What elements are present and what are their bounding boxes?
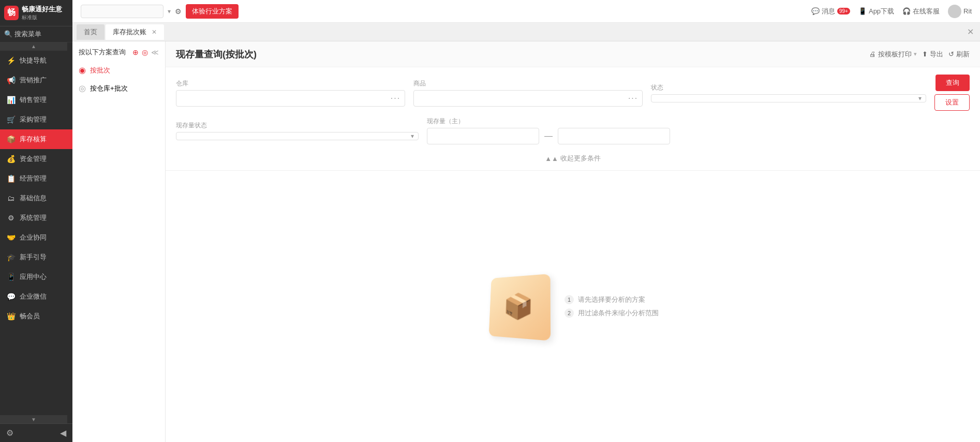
status-select[interactable]: ▾ <box>651 94 926 102</box>
sidebar-scroll-down[interactable]: ▼ <box>0 415 67 423</box>
collapse-sidebar-icon[interactable]: ◀ <box>60 428 66 438</box>
settings-icon[interactable]: ⚙ <box>6 428 13 438</box>
message-button[interactable]: 💬 消息 99+ <box>811 7 850 16</box>
stock-status-select[interactable]: ▾ <box>176 132 419 140</box>
export-button[interactable]: ⬆ 导出 <box>922 50 943 59</box>
left-panel-icons: ⊕ ◎ ≪ <box>132 48 159 56</box>
header-gear-icon[interactable]: ⚙ <box>175 7 182 16</box>
add-scheme-icon[interactable]: ⊕ <box>132 48 139 56</box>
scheme-by-batch[interactable]: ◉ 按批次 <box>72 61 165 79</box>
page-title-bar: 现存量查询(按批次) 🖨 按模板打印 ▾ ⬆ 导出 ↺ 刷新 <box>166 41 980 67</box>
stock-qty-to[interactable] <box>558 128 670 144</box>
ops-icon: 📋 <box>6 174 16 183</box>
status-chevron-icon: ▾ <box>918 95 922 102</box>
left-panel-title: 按以下方案查询 <box>79 48 126 57</box>
warehouse-more-icon[interactable]: ··· <box>391 94 400 103</box>
stock-status-chevron-icon: ▾ <box>411 132 414 140</box>
empty-state: 📦 1 请先选择要分析的方案 2 用过滤条件来缩小分析范围 <box>166 171 980 442</box>
empty-hint-2: 2 用过滤条件来缩小分析范围 <box>565 308 659 318</box>
sidebar-item-finance[interactable]: 💰 资金管理 <box>0 149 72 169</box>
tab-area-close-icon[interactable]: ✕ <box>965 25 976 39</box>
setting-button[interactable]: 设置 <box>934 94 970 111</box>
sidebar: 畅 畅康通好生意 标准版 🔍 搜索菜单 ▲ ⚡ 快捷导航 📢 营销推广 📊 销售… <box>0 0 72 442</box>
inventory-icon: 📦 <box>6 135 16 143</box>
username-label: Rit <box>963 7 972 15</box>
warehouse-input[interactable]: ··· <box>176 90 405 107</box>
member-icon: 👑 <box>6 312 16 320</box>
app-download-button[interactable]: 📱 App下载 <box>858 7 894 16</box>
tab-home[interactable]: 首页 <box>77 24 105 40</box>
product-input[interactable]: ··· <box>413 90 643 107</box>
empty-hints: 1 请先选择要分析的方案 2 用过滤条件来缩小分析范围 <box>565 295 659 318</box>
sidebar-item-collab[interactable]: 🤝 企业协同 <box>0 228 72 247</box>
product-more-icon[interactable]: ··· <box>628 94 638 103</box>
empty-content: 📦 1 请先选择要分析的方案 2 用过滤条件来缩小分析范围 <box>487 275 659 337</box>
tab-inventory-batch[interactable]: 库存批次账 ✕ <box>106 24 164 40</box>
header-search-input[interactable] <box>81 5 164 18</box>
stock-qty-label: 现存量（主） <box>427 117 670 126</box>
user-avatar <box>948 5 961 18</box>
tab-close-icon[interactable]: ✕ <box>152 28 157 36</box>
query-button[interactable]: 查询 <box>936 75 970 91</box>
empty-illustration: 📦 <box>489 274 551 341</box>
app-logo: 畅 <box>4 6 19 20</box>
sidebar-item-marketing[interactable]: 📢 营销推广 <box>0 70 72 90</box>
header-left: ▾ ⚙ 体验行业方案 <box>81 4 239 19</box>
scheme-by-warehouse-batch[interactable]: ◎ 按仓库+批次 <box>72 79 165 97</box>
sidebar-nav: ⚡ 快捷导航 📢 营销推广 📊 销售管理 🛒 采购管理 📦 库存核算 💰 资金管… <box>0 51 72 415</box>
header-chevron-icon[interactable]: ▾ <box>168 8 171 15</box>
purchase-icon: 🛒 <box>6 115 16 124</box>
top-header: ▾ ⚙ 体验行业方案 💬 消息 99+ 📱 App下载 🎧 在线客服 Rit <box>72 0 980 23</box>
sidebar-item-member[interactable]: 👑 畅会员 <box>0 306 72 326</box>
sidebar-header: 畅 畅康通好生意 标准版 <box>0 0 72 26</box>
print-template-button[interactable]: 🖨 按模板打印 ▾ <box>869 50 917 59</box>
collapse-left-panel-icon[interactable]: ≪ <box>151 48 159 56</box>
stock-qty-from[interactable] <box>427 128 539 144</box>
sidebar-footer: ⚙ ◀ <box>0 423 72 442</box>
product-field: 商品 ··· <box>413 79 643 107</box>
newguide-icon: 🎓 <box>6 253 16 261</box>
experience-btn[interactable]: 体验行业方案 <box>186 4 239 19</box>
sidebar-item-system[interactable]: ⚙ 系统管理 <box>0 208 72 228</box>
refresh-button[interactable]: ↺ 刷新 <box>948 50 970 59</box>
sidebar-item-sales[interactable]: 📊 销售管理 <box>0 90 72 110</box>
print-chevron-icon[interactable]: ▾ <box>914 51 917 57</box>
status-label: 状态 <box>651 83 926 92</box>
sales-icon: 📊 <box>6 96 16 104</box>
message-badge: 99+ <box>837 8 850 14</box>
left-panel-header: 按以下方案查询 ⊕ ◎ ≪ <box>72 48 165 61</box>
page-actions: 🖨 按模板打印 ▾ ⬆ 导出 ↺ 刷新 <box>869 50 970 59</box>
sidebar-scroll-up[interactable]: ▲ <box>0 42 67 51</box>
sidebar-item-newguide[interactable]: 🎓 新手引导 <box>0 247 72 267</box>
page-title: 现存量查询(按批次) <box>176 48 257 61</box>
collapse-chevron-icon: ▲▲ <box>545 155 558 163</box>
tabs-bar: 首页 库存批次账 ✕ ✕ <box>72 23 980 41</box>
sidebar-item-appstore[interactable]: 📱 应用中心 <box>0 267 72 287</box>
message-icon: 💬 <box>811 7 820 15</box>
settings-scheme-icon[interactable]: ◎ <box>142 48 148 56</box>
sidebar-item-inventory[interactable]: 📦 库存核算 <box>0 129 72 149</box>
user-button[interactable]: Rit <box>948 5 972 18</box>
qty-dash: — <box>544 131 553 141</box>
product-label: 商品 <box>413 79 643 88</box>
left-panel: 按以下方案查询 ⊕ ◎ ≪ ◉ 按批次 ◎ 按仓库+批次 <box>72 41 166 442</box>
appstore-icon: 📱 <box>6 273 16 281</box>
filter-area: 仓库 ··· 商品 ··· <box>166 67 980 171</box>
quick-nav-icon: ⚡ <box>6 56 16 65</box>
right-panel: 现存量查询(按批次) 🖨 按模板打印 ▾ ⬆ 导出 ↺ 刷新 <box>166 41 980 442</box>
sidebar-item-basic[interactable]: 🗂 基础信息 <box>0 188 72 208</box>
sidebar-item-purchase[interactable]: 🛒 采购管理 <box>0 110 72 129</box>
sidebar-search[interactable]: 🔍 搜索菜单 <box>0 26 72 42</box>
stock-qty-row: — <box>427 128 670 144</box>
action-buttons: 查询 设置 <box>934 75 970 111</box>
empty-hint-1: 1 请先选择要分析的方案 <box>565 295 659 304</box>
finance-icon: 💰 <box>6 155 16 163</box>
collab-icon: 🤝 <box>6 233 16 242</box>
online-service-button[interactable]: 🎧 在线客服 <box>902 7 940 16</box>
sidebar-item-quick-nav[interactable]: ⚡ 快捷导航 <box>0 51 72 70</box>
sidebar-item-wechat[interactable]: 💬 企业微信 <box>0 287 72 306</box>
sidebar-item-ops[interactable]: 📋 经营管理 <box>0 169 72 188</box>
search-icon: 🔍 <box>4 30 12 38</box>
collapse-more-button[interactable]: ▲▲ 收起更多条件 <box>176 151 970 163</box>
print-icon: 🖨 <box>869 50 876 58</box>
